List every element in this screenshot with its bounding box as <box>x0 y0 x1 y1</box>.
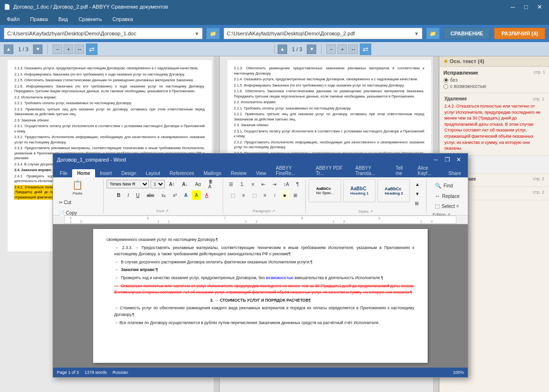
right-fit[interactable]: ↔ <box>348 44 358 54</box>
word-minimize-button[interactable]: ─ <box>431 155 441 164</box>
borders-button[interactable]: ⊞ <box>291 190 300 200</box>
sort-button[interactable]: ↕A <box>280 179 292 189</box>
tab-abbyy-fine[interactable]: ABBYY FineRe... <box>271 164 311 177</box>
show-formatting-button[interactable]: ¶ <box>293 179 301 189</box>
tab-mailings[interactable]: Mailings <box>199 169 226 177</box>
align-left-button[interactable]: ⬚ <box>228 190 238 200</box>
cut-button[interactable]: ✂ Cut <box>56 197 99 207</box>
tab-review[interactable]: Review <box>226 169 251 177</box>
bullets-button[interactable]: ☰ <box>226 179 236 189</box>
left-zoom-out[interactable]: − <box>53 44 62 54</box>
shading-button[interactable]: ■ <box>280 190 289 200</box>
style-normal[interactable]: AaBbCc No Spac... <box>309 179 341 202</box>
word-close-button[interactable]: ✕ <box>453 155 464 164</box>
nav-separator-3 <box>321 44 322 54</box>
right-path-dropdown-icon[interactable]: ▼ <box>414 31 419 36</box>
find-button[interactable]: 🔍 Find <box>432 181 462 190</box>
tab-design[interactable]: Design <box>117 169 141 177</box>
menu-view[interactable]: Вид <box>54 15 73 23</box>
line-spacing-button[interactable]: ↕ <box>271 190 279 200</box>
tab-file[interactable]: File <box>55 169 72 177</box>
right-p7: 2.2.2. Привлекать третьих лиц для оказан… <box>234 112 425 122</box>
bold-button[interactable]: B <box>114 190 123 200</box>
numbering-button[interactable]: 1. <box>237 179 247 189</box>
font-label: Font ↗ <box>157 209 169 213</box>
style-heading2[interactable]: AaBbCc Heading 2 <box>377 179 410 202</box>
select-button[interactable]: ⬚ Select = <box>432 202 462 211</box>
align-center-button[interactable]: ≡ <box>239 190 248 200</box>
right-path-input[interactable]: C:\Users\AKayfadzhyan\Desktop\Demo\Догов… <box>224 28 422 39</box>
left-path-dropdown-icon[interactable]: ▼ <box>194 31 199 36</box>
strikethrough-button[interactable]: abc <box>144 190 157 200</box>
left-next-button[interactable]: ▼ <box>33 44 43 54</box>
increase-indent-button[interactable]: ⇥ <box>269 179 279 189</box>
tab-view[interactable]: View <box>251 169 271 177</box>
tab-insert[interactable]: Insert <box>95 169 117 177</box>
left-folder-button[interactable]: 📁 <box>206 28 220 39</box>
tab-tell-me[interactable]: Tell me <box>391 164 413 177</box>
compare-button[interactable]: СРАВНЕНИЕ <box>443 28 491 39</box>
right-zoom-in[interactable]: + <box>337 44 347 54</box>
font-grow-button[interactable]: A↑ <box>166 179 178 189</box>
font-name-select[interactable]: Times New R <box>107 180 149 188</box>
tab-abbyy-pdf[interactable]: ABBYY PDF Tr... <box>311 164 351 177</box>
right-sync-button[interactable]: ⇄ <box>360 44 371 55</box>
replace-button[interactable]: ↔ Replace <box>432 192 462 200</box>
multilevel-button[interactable]: ≡ <box>249 179 258 189</box>
decrease-indent-button[interactable]: ⇤ <box>258 179 268 189</box>
superscript-button[interactable]: x² <box>170 190 180 200</box>
font-size-select[interactable]: 10 <box>151 180 165 188</box>
menu-compare[interactable]: Сравнить <box>74 15 107 23</box>
word-status-right: 100% <box>453 370 464 375</box>
paste-button[interactable]: 📋 Paste <box>69 179 86 196</box>
word-body[interactable]: своевременного оказания услуг по настоящ… <box>53 224 468 368</box>
left-zoom-in[interactable]: + <box>64 44 73 54</box>
minimize-button[interactable]: ─ <box>507 2 518 11</box>
underline-button[interactable]: U <box>133 190 142 200</box>
highlight-button[interactable]: A <box>192 190 201 200</box>
radio-no[interactable] <box>443 78 448 83</box>
style-heading1[interactable]: AaBbC Heading 1 <box>343 179 376 202</box>
nav-bar: ▲ 1 / 3 ▼ − + ↔ ⇄ ▲ 1 / 3 ▼ − + ↔ ⇄ <box>0 42 549 56</box>
menu-help[interactable]: Справка <box>108 15 138 23</box>
text-effect-button[interactable]: A <box>181 190 190 200</box>
arrow-icon-5: → <box>114 283 118 288</box>
align-right-button[interactable]: ⬚ <box>249 190 259 200</box>
left-path-input[interactable]: C:\Users\AKayfadzhyan\Desktop\Demo\Догов… <box>4 28 203 39</box>
word-para-continuation: своевременного оказания услуг по настоящ… <box>107 237 414 243</box>
tab-abbyy-trans[interactable]: ABBYY Transla... <box>351 164 391 177</box>
menu-file[interactable]: Файл <box>2 15 24 23</box>
right-zoom-out[interactable]: − <box>326 44 336 54</box>
font-shrink-button[interactable]: A↓ <box>179 179 191 189</box>
font-case-button[interactable]: Aα <box>192 179 204 189</box>
tab-references[interactable]: References <box>165 169 199 177</box>
left-prev-button[interactable]: ▲ <box>4 44 13 54</box>
app-title-area: 📄 Договор_1.doc / Договор_2.pdf - ABBYY … <box>4 4 168 10</box>
italic-button[interactable]: I <box>125 190 132 200</box>
justify-button[interactable]: ≡ <box>261 190 269 200</box>
menu-edit[interactable]: Правка <box>25 15 53 23</box>
style-more[interactable]: ⊞ <box>412 198 422 208</box>
clear-format-button[interactable]: 🗑A <box>205 179 219 189</box>
window-controls: ─ □ ✕ <box>507 2 545 11</box>
right-prev-button[interactable]: ▲ <box>278 44 287 54</box>
style-scroll-up[interactable]: ▲ <box>412 179 422 189</box>
style-scroll-down[interactable]: ▼ <box>412 189 422 198</box>
close-button[interactable]: ✕ <box>534 2 545 11</box>
right-next-button[interactable]: ▼ <box>307 44 316 54</box>
deletion-page-2: стр. 2 <box>533 190 544 195</box>
left-fit[interactable]: ↔ <box>75 44 84 54</box>
tab-layout[interactable]: Layout <box>141 169 165 177</box>
tab-user[interactable]: Alice Kayf... <box>413 164 443 177</box>
select-icon: ⬚ <box>435 203 440 209</box>
tab-home[interactable]: Home <box>72 169 95 177</box>
subscript-button[interactable]: x₂ <box>159 190 169 200</box>
word-restore-button[interactable]: ❐ <box>442 155 452 164</box>
right-folder-button[interactable]: 📁 <box>426 28 440 39</box>
font-color-button[interactable]: A <box>202 190 211 200</box>
maximize-button[interactable]: □ <box>520 2 532 11</box>
tab-share[interactable]: Share <box>443 169 466 177</box>
left-sync-button[interactable]: ⇄ <box>86 44 97 55</box>
radio-with[interactable] <box>443 84 448 89</box>
diff-button[interactable]: РАЗЛИЧИЯ (4) <box>494 28 545 39</box>
